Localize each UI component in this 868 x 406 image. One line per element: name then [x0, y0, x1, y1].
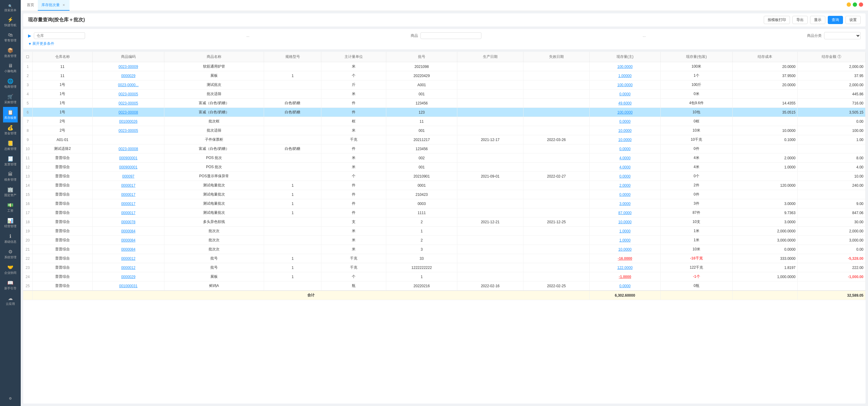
cell-9-9[interactable]: 0.0000: [589, 144, 660, 154]
sidebar-item-collab[interactable]: 🤝企业协同: [3, 262, 18, 277]
sidebar-item-finance[interactable]: 💰资金管理: [3, 123, 18, 138]
cell-17-2[interactable]: 0000078: [93, 217, 164, 227]
cell-18-2[interactable]: 0000084: [93, 227, 164, 236]
cell-20-9[interactable]: 10.0000: [589, 245, 660, 254]
sidebar-item-system[interactable]: ⚙系统管理: [3, 246, 18, 262]
cell-6-2[interactable]: 001000026: [93, 117, 164, 126]
tab-inventory-batch[interactable]: 库存批次量✕: [38, 0, 69, 11]
cell-21-9[interactable]: -16.0000: [589, 254, 660, 263]
cell-18-9[interactable]: 1.0000: [589, 227, 660, 236]
sidebar-item-ecommerce[interactable]: 🌐电商管理: [3, 76, 18, 91]
cell-8-6: 20211217: [386, 135, 457, 144]
cell-13-2[interactable]: 0000017: [93, 181, 164, 190]
cell-18-8: [523, 227, 589, 236]
sidebar-item-invoice[interactable]: 🧾发票管理: [3, 154, 18, 169]
sidebar-item-retail[interactable]: 🛍零售管理: [3, 30, 18, 45]
cell-2-2[interactable]: 0023-0000...: [93, 80, 164, 90]
cell-12-7: 2021-09-01: [457, 172, 523, 181]
cell-8-2[interactable]: [93, 135, 164, 144]
cell-5-2[interactable]: 0023-00008: [93, 108, 164, 117]
export-button[interactable]: 导出: [793, 16, 808, 24]
cell-20-2[interactable]: 0000084: [93, 245, 164, 254]
cell-3-9[interactable]: 0.0000: [589, 90, 660, 99]
cell-22-9[interactable]: 122.0000: [589, 263, 660, 272]
cell-0-2[interactable]: 0023-00009: [93, 62, 164, 71]
cell-11-9[interactable]: 4.0000: [589, 163, 660, 172]
sidebar-search[interactable]: 🔍 搜索菜单: [0, 2, 21, 14]
cell-21-2[interactable]: 0000012: [93, 254, 164, 263]
sidebar-item-tax[interactable]: 🏛税务管理: [3, 169, 18, 184]
tab-home[interactable]: 首页: [23, 0, 38, 11]
cell-16-2[interactable]: 0000017: [93, 208, 164, 217]
cell-5-9[interactable]: 100.0000: [589, 108, 660, 117]
sidebar-item-inventory[interactable]: 📋库存核查: [3, 107, 18, 123]
minimize-button[interactable]: [847, 2, 851, 7]
cell-7-9[interactable]: 10.0000: [589, 126, 660, 135]
cell-17-9[interactable]: 10.0000: [589, 217, 660, 227]
cell-24-2[interactable]: 001000031: [93, 281, 164, 291]
sidebar-item-accounting[interactable]: 📒总账管理: [3, 138, 18, 154]
sidebar-item-payroll[interactable]: 💵工资: [3, 200, 18, 215]
goods-input[interactable]: [421, 32, 482, 39]
cell-6-9[interactable]: 0.0000: [589, 117, 660, 126]
cell-8-5: 千克: [321, 135, 386, 144]
cell-14-9[interactable]: 0.0000: [589, 190, 660, 199]
cell-10-2[interactable]: 000900001: [93, 154, 164, 163]
cell-23-9[interactable]: -1.0000: [589, 272, 660, 281]
sidebar-item-quick-nav[interactable]: ⚡快捷导航: [3, 14, 18, 30]
sidebar-item-ecommerce-small[interactable]: 🖥小脑电商: [3, 61, 18, 76]
cell-13-9[interactable]: 2.0000: [589, 181, 660, 190]
tab-close-inventory-batch[interactable]: ✕: [62, 3, 66, 7]
cell-8-9[interactable]: 10.0000: [589, 135, 660, 144]
cell-4-9[interactable]: 49.6000: [589, 99, 660, 108]
query-button[interactable]: 查询: [828, 16, 843, 24]
display-button[interactable]: 显示: [810, 16, 825, 24]
sidebar-settings[interactable]: ⚙: [0, 394, 21, 403]
cell-15-9[interactable]: 3.0000: [589, 199, 660, 208]
cell-0-10: 100米: [660, 62, 732, 71]
cell-12-2[interactable]: 000097: [93, 172, 164, 181]
cell-14-2[interactable]: 0000017: [93, 190, 164, 199]
cell-19-9[interactable]: 1.0000: [589, 236, 660, 245]
cell-11-2[interactable]: 000900001: [93, 163, 164, 172]
cell-1-9[interactable]: 1.00000: [589, 71, 660, 80]
cell-10-9[interactable]: 4.0000: [589, 154, 660, 163]
sidebar-item-fixed-assets[interactable]: 🏢固定资产: [3, 184, 18, 200]
cell-4-12: 716.00: [798, 99, 866, 108]
cell-2-9[interactable]: 100.0000: [589, 80, 660, 90]
filter-expand-icon[interactable]: ▶: [28, 33, 31, 38]
sidebar-item-ops[interactable]: 📊经营管理: [3, 215, 18, 231]
cell-22-2[interactable]: 0000012: [93, 263, 164, 272]
cell-7-2[interactable]: 0023-00005: [93, 126, 164, 135]
cell-16-9[interactable]: 87.0000: [589, 208, 660, 217]
cell-24-9[interactable]: 0.0000: [589, 281, 660, 291]
sidebar-item-wholesale[interactable]: 📦批发管理: [3, 45, 18, 61]
sidebar-item-guide[interactable]: 📖新手引导: [3, 277, 18, 293]
cell-5-12: 3,505.15: [798, 108, 866, 117]
cell-9-2[interactable]: 0023-00008: [93, 144, 164, 154]
cell-12-9[interactable]: 0.0000: [589, 172, 660, 181]
cell-23-2[interactable]: 0000029: [93, 272, 164, 281]
cell-18-6: 1: [386, 227, 457, 236]
cell-4-2[interactable]: 0023-00005: [93, 99, 164, 108]
cell-19-1: 普普综合: [32, 236, 93, 245]
expand-btn[interactable]: ▼ 展开更多条件: [28, 41, 861, 46]
maximize-button[interactable]: [853, 2, 857, 7]
row-number: 3: [23, 80, 32, 90]
row-selector-icon[interactable]: ☐: [26, 55, 29, 59]
warehouse-input[interactable]: [34, 32, 85, 39]
cell-15-2[interactable]: 0000017: [93, 199, 164, 208]
cell-3-2[interactable]: 0023-00005: [93, 90, 164, 99]
close-button[interactable]: [859, 2, 863, 7]
sidebar-item-basic[interactable]: ℹ基础信息: [3, 231, 18, 246]
sidebar-label-ecommerce-small: 小脑电商: [4, 69, 17, 73]
cell-9-10: 0件: [660, 144, 732, 154]
sidebar-item-purchase[interactable]: 🛒采购管理: [3, 91, 18, 107]
cell-0-9[interactable]: 100.0000: [589, 62, 660, 71]
category-select[interactable]: [824, 32, 861, 39]
cell-19-2[interactable]: 0000084: [93, 236, 164, 245]
settings-button[interactable]: 设置: [845, 16, 861, 24]
cell-1-2[interactable]: 0000029: [93, 71, 164, 80]
print-button[interactable]: 按模板打印: [764, 16, 790, 24]
sidebar-item-cloud[interactable]: ☁云应用: [3, 293, 18, 308]
